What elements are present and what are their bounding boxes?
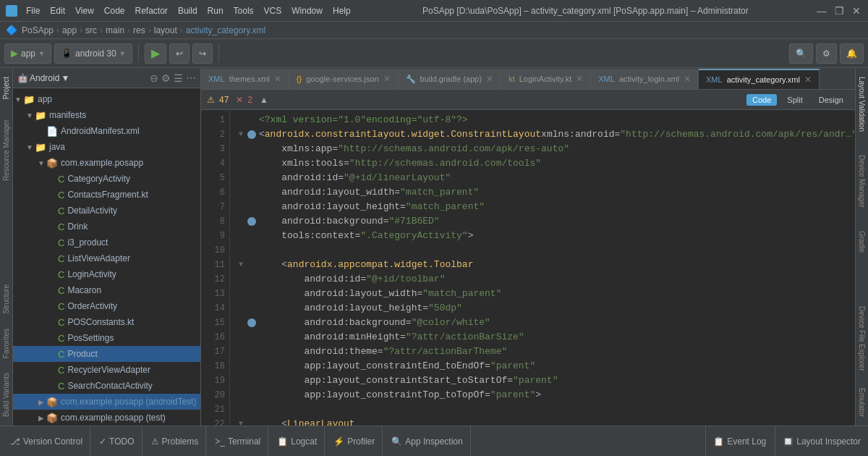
tree-item-searchcontactactivity[interactable]: C SearchContactActivity <box>13 378 200 394</box>
close-tab-icon[interactable]: ✕ <box>383 74 391 84</box>
close-tab-icon[interactable]: ✕ <box>684 74 691 84</box>
editor-tabs: XML themes.xml ✕ {} google-services.json… <box>201 68 855 90</box>
menu-code[interactable]: Code <box>100 4 129 17</box>
tree-settings-icon[interactable]: ⚙ <box>161 72 171 84</box>
tree-item-i3product[interactable]: C i3_product <box>13 235 200 250</box>
bc-layout[interactable]: layout <box>154 25 177 35</box>
tree-item-androidmanifest[interactable]: 📄 AndroidManifest.xml <box>13 123 200 139</box>
tree-item-package-test[interactable]: ▶ 📦 com.example.posapp (test) <box>13 410 200 426</box>
app-config-dropdown[interactable]: ▶ app ▼ <box>4 43 51 64</box>
device-dropdown[interactable]: 📱 android 30 ▼ <box>54 43 132 64</box>
tree-item-package-androidtest[interactable]: ▶ 📦 com.example.posapp (androidTest) <box>13 394 200 410</box>
problems-tab[interactable]: ⚠ Problems <box>144 426 207 456</box>
collapse-all-icon[interactable]: ⊖ <box>150 72 158 84</box>
tab-build-gradle[interactable]: 🔧 build.gradle (app) ✕ <box>399 69 502 89</box>
code-line-18: app:layout_constraintEnd_toEndOf="parent… <box>236 359 849 373</box>
close-tab-icon[interactable]: ✕ <box>804 75 812 85</box>
tree-item-macaron[interactable]: C Macaron <box>13 282 200 298</box>
settings-button[interactable]: ⚙ <box>816 43 837 64</box>
bc-posapp[interactable]: PoSApp <box>22 25 54 35</box>
menu-edit[interactable]: Edit <box>46 4 69 17</box>
tab-activity-login[interactable]: XML activity_login.xml ✕ <box>591 69 699 89</box>
menu-run[interactable]: Run <box>203 4 228 17</box>
menu-window[interactable]: Window <box>287 4 327 17</box>
tree-item-contactsfragment[interactable]: C ContactsFragment.kt <box>13 187 200 203</box>
design-view-button[interactable]: Design <box>813 94 849 106</box>
tree-item-java[interactable]: ▼ 📁 java <box>13 139 200 155</box>
tree-item-loginactivity[interactable]: C LoginActivity <box>13 266 200 282</box>
bc-app[interactable]: app <box>62 25 77 35</box>
undo-button[interactable]: ↩ <box>169 43 190 64</box>
tree-item-listviewadapter[interactable]: C ListViewAdapter <box>13 250 200 266</box>
build-variants-tab[interactable]: Build Variants <box>1 367 12 423</box>
tree-item-package-main[interactable]: ▼ 📦 com.example.posapp <box>13 155 200 171</box>
file-icon: XML <box>208 75 225 83</box>
tree-item-drink[interactable]: C Drink <box>13 219 200 235</box>
bc-main[interactable]: main <box>106 25 124 35</box>
app-inspection-tab[interactable]: 🔍 App Inspection <box>384 426 470 456</box>
tree-item-posconstants[interactable]: C POSConstants.kt <box>13 314 200 330</box>
close-tab-icon[interactable]: ✕ <box>486 74 493 84</box>
event-log-button[interactable]: 📋 Event Log <box>705 426 773 456</box>
bc-file[interactable]: activity_category.xml <box>186 25 265 35</box>
gradle-tab[interactable]: Gradle <box>856 225 867 258</box>
todo-tab[interactable]: ✓ TODO <box>92 426 142 456</box>
expand-warnings-icon[interactable]: ▲ <box>260 95 268 105</box>
project-view-dropdown[interactable]: 🤖 Android ▼ <box>17 73 69 83</box>
tree-item-orderactivity[interactable]: C OrderActivity <box>13 298 200 314</box>
minimize-button[interactable]: — <box>816 5 827 17</box>
menu-refactor[interactable]: Refactor <box>131 4 172 17</box>
maximize-button[interactable]: ❐ <box>833 5 845 17</box>
close-tab-icon[interactable]: ✕ <box>274 74 281 84</box>
terminal-tab[interactable]: >_ Terminal <box>208 426 268 456</box>
tab-google-services[interactable]: {} google-services.json ✕ <box>289 69 399 89</box>
tree-item-manifests[interactable]: ▼ 📁 manifests <box>13 107 200 123</box>
bc-src[interactable]: src <box>85 25 97 35</box>
tree-item-detailactivity[interactable]: C DetailActivity <box>13 203 200 219</box>
device-manager-tab[interactable]: Device Manager <box>856 149 867 214</box>
menu-build[interactable]: Build <box>174 4 202 17</box>
device-file-explorer-tab[interactable]: Device File Explorer <box>856 300 867 376</box>
tab-loginactivity[interactable]: kt LoginActivity.kt ✕ <box>501 69 591 89</box>
tree-item-possettings[interactable]: C PosSettings <box>13 330 200 346</box>
version-control-tab[interactable]: ⎇ Version Control <box>3 426 90 456</box>
menu-view[interactable]: View <box>71 4 98 17</box>
menu-help[interactable]: Help <box>328 4 355 17</box>
tree-item-categoryactivity[interactable]: C CategoryActivity <box>13 171 200 187</box>
structure-tab[interactable]: Structure <box>1 279 12 320</box>
tree-header-icons[interactable]: ⊖ ⚙ ☰ ⋯ <box>150 72 196 84</box>
split-view-button[interactable]: Split <box>781 94 808 106</box>
redo-button[interactable]: ↪ <box>192 43 213 64</box>
layout-inspector-button[interactable]: 🔲 Layout Inspector <box>775 426 868 456</box>
emulator-tab[interactable]: Emulator <box>856 382 867 423</box>
tree-item-app[interactable]: ▼ 📁 app <box>13 91 200 107</box>
code-view-button[interactable]: Code <box>746 94 777 106</box>
code-content[interactable]: <?xml version="1.0" encoding="utf-8"?> ▼… <box>230 110 855 426</box>
menu-tools[interactable]: Tools <box>229 4 258 17</box>
menu-vcs[interactable]: VCS <box>260 4 286 17</box>
menu-file[interactable]: File <box>22 4 44 17</box>
favorites-tab[interactable]: Favorites <box>1 323 12 364</box>
tree-more-icon[interactable]: ⋯ <box>186 72 196 84</box>
close-tab-icon[interactable]: ✕ <box>576 74 583 84</box>
menu-bar[interactable]: File Edit View Code Refactor Build Run T… <box>6 4 355 17</box>
code-line-6: android:layout_width="match_parent" <box>236 185 849 200</box>
tab-activity-category[interactable]: XML activity_category.xml ✕ <box>699 69 820 89</box>
tree-item-recyclerviewadapter[interactable]: C RecyclerViewAdapter <box>13 362 200 378</box>
bc-res[interactable]: res <box>133 25 145 35</box>
window-controls[interactable]: — ❐ ✕ <box>816 5 862 17</box>
close-button[interactable]: ✕ <box>851 5 862 17</box>
project-icon: 🔷 <box>6 25 17 35</box>
notifications-button[interactable]: 🔔 <box>840 43 864 64</box>
tree-sync-icon[interactable]: ☰ <box>174 72 183 84</box>
tab-themes-xml[interactable]: XML themes.xml ✕ <box>201 69 289 89</box>
run-button[interactable]: ▶ <box>145 43 166 64</box>
search-everywhere-button[interactable]: 🔍 <box>789 43 813 64</box>
tree-item-product[interactable]: C Product <box>13 346 200 362</box>
project-panel-tab[interactable]: Project <box>1 71 12 105</box>
layout-validation-tab[interactable]: Layout Validation <box>856 71 867 138</box>
profiler-tab[interactable]: ⚡ Profiler <box>326 426 383 456</box>
logcat-tab[interactable]: 📋 Logcat <box>270 426 325 456</box>
status-bar: ⎇ Version Control ✓ TODO ⚠ Problems >_ T… <box>0 426 868 456</box>
resource-manager-tab[interactable]: Resource Manager <box>1 114 12 187</box>
